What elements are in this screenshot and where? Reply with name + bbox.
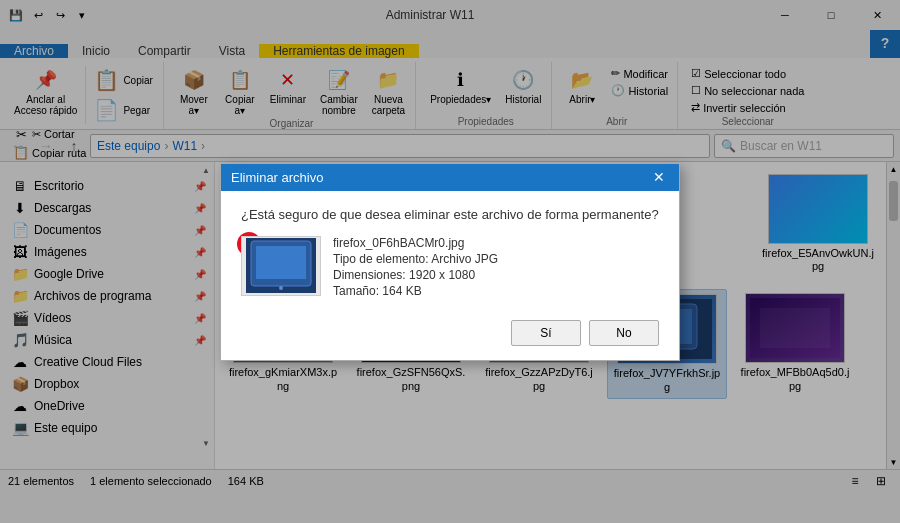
modal-dimensions: Dimensiones: 1920 x 1080 (333, 268, 498, 282)
modal-no-btn[interactable]: No (589, 320, 659, 346)
modal-overlay: Eliminar archivo ✕ ¿Está seguro de que d… (0, 0, 900, 523)
modal-yes-btn[interactable]: Sí (511, 320, 581, 346)
modal-body: ¿Está seguro de que desea eliminar este … (221, 191, 679, 360)
modal-thumb (241, 236, 321, 296)
modal-question: ¿Está seguro de que desea eliminar este … (241, 207, 659, 222)
svg-point-22 (279, 286, 283, 290)
modal-file-info: ✕ firefox_0F6hBACMr0.jpg Tipo de element… (241, 236, 659, 298)
modal-details: firefox_0F6hBACMr0.jpg Tipo de elemento:… (333, 236, 498, 298)
modal-close-btn[interactable]: ✕ (649, 170, 669, 184)
modal-buttons: Sí No (241, 314, 659, 350)
modal-title: Eliminar archivo (231, 170, 323, 185)
modal-dialog: Eliminar archivo ✕ ¿Está seguro de que d… (220, 163, 680, 361)
modal-preview-svg (246, 238, 316, 293)
modal-filesize: Tamaño: 164 KB (333, 284, 498, 298)
svg-rect-21 (256, 246, 306, 279)
modal-filetype: Tipo de elemento: Archivo JPG (333, 252, 498, 266)
modal-filename: firefox_0F6hBACMr0.jpg (333, 236, 498, 250)
modal-header: Eliminar archivo ✕ (221, 164, 679, 191)
modal-thumb-container: ✕ (241, 236, 321, 298)
